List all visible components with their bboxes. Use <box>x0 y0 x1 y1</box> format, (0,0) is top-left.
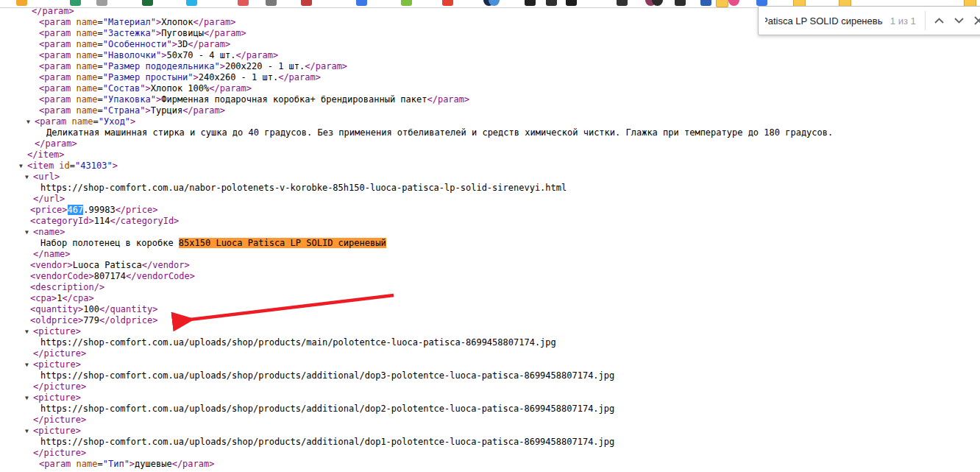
xml-line: ▼<url> <box>0 172 980 183</box>
collapse-arrow-icon[interactable]: ▼ <box>25 359 33 370</box>
tab-favicon-icon[interactable] <box>186 0 197 6</box>
xml-text: 807174 <box>94 271 126 281</box>
tab-favicon-icon[interactable] <box>266 0 277 6</box>
xml-tag: </name> <box>33 249 71 259</box>
xml-line: <param name="Наволочки">50x70 - 4 шт.</p… <box>0 50 980 61</box>
tab-favicon-icon[interactable] <box>756 0 767 6</box>
xml-line: ▼<picture> <box>0 326 980 337</box>
tab-favicon-icon[interactable] <box>728 0 739 6</box>
xml-attribute-name: name <box>72 116 93 127</box>
find-close-button[interactable] <box>969 10 980 31</box>
xml-line: </picture> <box>0 348 980 359</box>
xml-tag: <picture <box>33 426 76 436</box>
xml-text: Luoca Patisca <box>73 260 142 270</box>
find-match-count: 1 из 1 <box>890 15 916 27</box>
xml-attribute-name: id <box>59 161 69 171</box>
xml-attribute-name: name <box>77 105 98 116</box>
xml-line: <categoryId>114</categoryId> <box>0 216 980 227</box>
xml-line: <param name="Тип">душевые</param> <box>0 459 980 470</box>
xml-line: https://shop-comfort.com.ua/uploads/shop… <box>0 337 980 348</box>
collapse-arrow-icon[interactable]: ▼ <box>25 227 33 238</box>
tab-favicon-icon[interactable] <box>401 0 412 6</box>
xml-tag: </picture> <box>33 415 86 425</box>
xml-tag: </picture> <box>33 448 86 458</box>
find-bar: Patisca LP SOLID сиреневый 1 из 1 <box>758 6 980 35</box>
collapse-arrow-icon[interactable]: ▼ <box>26 116 35 127</box>
xml-tag: </categoryId> <box>110 216 179 226</box>
xml-tag: </oldprice> <box>99 315 157 325</box>
tab-favicon-icon[interactable] <box>142 0 153 6</box>
xml-line: </picture> <box>0 448 980 459</box>
xml-tag: </vendor> <box>142 260 190 270</box>
xml-attribute-value: "Страна" <box>103 105 146 116</box>
xml-line: https://shop-comfort.com.ua/uploads/shop… <box>0 404 980 415</box>
collapse-arrow-icon[interactable]: ▼ <box>25 326 33 337</box>
folder-favicon-icon[interactable] <box>716 0 728 7</box>
tab-favicon-icon[interactable] <box>70 0 81 6</box>
xml-attribute-value: "Размер простыни" <box>103 72 193 82</box>
xml-tag: <picture <box>33 392 76 403</box>
xml-tag: </quantity> <box>99 304 157 314</box>
xml-text: 200x220 - 1 шт. <box>225 61 305 71</box>
xml-tag: <param <box>35 116 66 127</box>
collapse-arrow-icon[interactable]: ▼ <box>25 426 33 437</box>
xml-tag: </param> <box>188 39 230 49</box>
collapse-arrow-icon[interactable]: ▼ <box>25 392 33 404</box>
xml-text: Фирменная подарочная коробка+ брендирова… <box>161 94 427 105</box>
xml-tag: </param> <box>204 28 246 38</box>
xml-text: 50x70 - 4 шт. <box>166 50 235 60</box>
xml-attribute-value: "Особенности" <box>103 39 172 49</box>
xml-line: </picture> <box>0 381 980 392</box>
tab-favicon-icon[interactable] <box>442 0 453 6</box>
xml-tag: </param> <box>209 83 252 94</box>
find-input[interactable]: Patisca LP SOLID сиреневый <box>765 15 883 27</box>
tab-favicon-icon[interactable] <box>675 0 686 6</box>
tab-favicon-icon[interactable] <box>238 0 249 6</box>
find-next-button[interactable] <box>949 10 968 31</box>
xml-text: 3D <box>177 39 188 49</box>
xml-tag: <param <box>39 105 71 116</box>
find-previous-button[interactable] <box>930 10 949 31</box>
xml-text: https://shop-comfort.com.ua/nabor-polote… <box>40 183 567 193</box>
tab-favicon-icon[interactable] <box>525 0 536 6</box>
xml-line: <vendor>Luoca Patisca</vendor> <box>0 260 980 271</box>
xml-line: <param name="Страна">Турция</param> <box>0 105 980 116</box>
xml-tag: </param> <box>182 105 225 116</box>
xml-line: <price>467.99983</price> <box>0 205 980 216</box>
xml-attribute-name: name <box>77 94 98 105</box>
tab-favicon-icon[interactable] <box>301 0 312 6</box>
xml-text: душевые <box>135 459 172 469</box>
tab-favicon-icon[interactable] <box>617 0 628 6</box>
xml-text: https://shop-comfort.com.ua/uploads/shop… <box>40 404 614 414</box>
xml-tag: <param <box>39 459 71 469</box>
xml-attribute-value: "Упаковка" <box>103 94 156 105</box>
xml-line: https://shop-comfort.com.ua/uploads/shop… <box>0 437 980 448</box>
xml-line: https://shop-comfort.com.ua/uploads/shop… <box>0 370 980 381</box>
xml-line: <cpa>1</cpa> <box>0 293 980 304</box>
tab-favicon-icon[interactable] <box>566 0 577 6</box>
xml-tag: </cpa> <box>62 293 93 303</box>
tab-favicon-icon[interactable] <box>96 0 107 6</box>
xml-tag: </picture> <box>33 381 86 392</box>
find-bar-divider <box>925 11 926 30</box>
xml-attribute-value: "Размер пододеяльника" <box>103 61 220 71</box>
tab-favicon-icon[interactable] <box>356 0 367 6</box>
collapse-arrow-icon[interactable]: ▼ <box>19 161 27 172</box>
xml-text: Хлопок <box>161 17 193 27</box>
tab-favicon-icon[interactable] <box>546 0 557 6</box>
xml-tag: <param <box>39 17 71 27</box>
xml-tag: <picture <box>33 326 76 337</box>
xml-attribute-value: "Уход" <box>99 116 130 127</box>
collapse-arrow-icon[interactable]: ▼ <box>25 172 33 183</box>
xml-tag: </param> <box>427 94 469 105</box>
xml-tag: <param <box>39 28 71 38</box>
xml-attribute-name: name <box>77 72 98 82</box>
xml-line: <param name="Упаковка">Фирменная подароч… <box>0 94 980 105</box>
xml-text: 779 <box>83 315 99 325</box>
tab-favicon-icon[interactable] <box>700 0 711 6</box>
xml-tag: <name <box>33 227 60 237</box>
xml-attribute-value: "Состав" <box>103 83 146 94</box>
xml-tag: </param> <box>172 459 215 469</box>
tab-favicon-icon[interactable] <box>16 0 27 6</box>
xml-attribute-value: "Тип" <box>103 459 129 469</box>
